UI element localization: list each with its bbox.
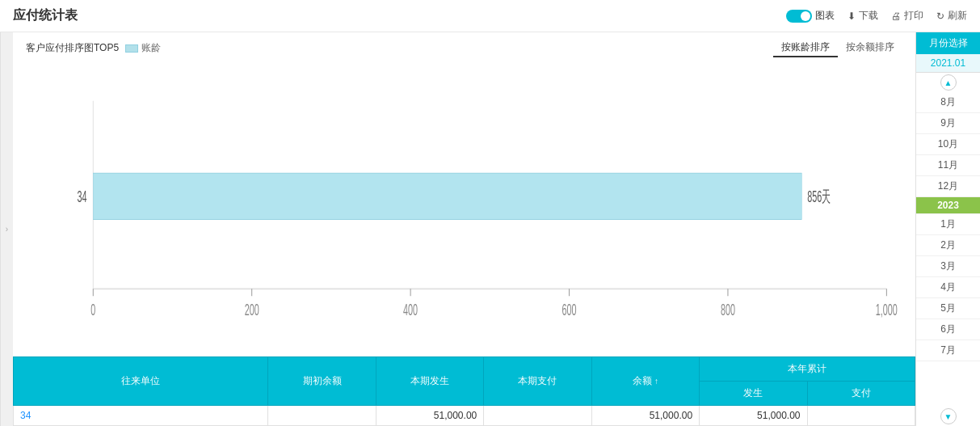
svg-text:34: 34 [77, 188, 86, 205]
col-opening-header: 期初余额 [268, 357, 376, 406]
sidebar-month-item[interactable]: 8月 [916, 92, 980, 113]
sidebar: 月份选择 2021.01 ▲ 8月9月10月11月12月20231月2月3月4月… [915, 32, 980, 426]
sidebar-month-item[interactable]: 1月 [916, 214, 980, 235]
col-ytd-pay-header: 支付 [807, 382, 915, 406]
table-row: 34 51,000.00 51,000.00 51,000.00 [14, 406, 915, 426]
svg-text:856天: 856天 [807, 188, 831, 205]
cell-current-occur: 51,000.00 [376, 406, 483, 426]
nav-down-arrow[interactable]: ▼ [940, 408, 957, 424]
svg-text:600: 600 [562, 301, 577, 318]
cell-unit: 34 [14, 406, 268, 426]
col-ytd-occur-header: 发生 [700, 382, 807, 406]
print-icon: 🖨 [891, 11, 901, 22]
refresh-icon: ↻ [936, 11, 944, 22]
header-actions: 图表 ⬇ 下载 🖨 打印 ↻ 刷新 [786, 9, 967, 23]
sidebar-nav-down: ▼ [916, 407, 980, 426]
sidebar-month-item[interactable]: 2月 [916, 235, 980, 256]
sort-by-balance-btn[interactable]: 按账龄排序 [773, 39, 838, 57]
sidebar-month-item[interactable]: 7月 [916, 340, 980, 361]
sidebar-month-item[interactable]: 3月 [916, 256, 980, 277]
chart-legend: 客户应付排序图TOP5 账龄 [26, 41, 161, 55]
svg-text:1,000: 1,000 [876, 301, 898, 318]
cell-balance: 51,000.00 [591, 406, 699, 426]
collapse-arrow[interactable]: › [0, 32, 13, 426]
sidebar-month-item[interactable]: 4月 [916, 277, 980, 298]
sidebar-nav-up: ▲ [916, 73, 980, 92]
chart-top: 客户应付排序图TOP5 账龄 按账龄排序 按余额排序 [13, 32, 915, 64]
svg-rect-15 [93, 173, 801, 219]
sidebar-month-item[interactable]: 10月 [916, 134, 980, 155]
sidebar-current-date[interactable]: 2021.01 [916, 54, 980, 73]
table-header-row-1: 往来单位 期初余额 本期发生 本期支付 余额 ↑ 本年累计 [14, 357, 915, 382]
table-area: 往来单位 期初余额 本期发生 本期支付 余额 ↑ 本年累计 [13, 356, 915, 426]
col-balance-header: 余额 ↑ [591, 357, 699, 406]
main-body: › 客户应付排序图TOP5 账龄 按账龄排序 按余额排序 [0, 32, 980, 426]
sort-by-amount-btn[interactable]: 按余额排序 [838, 39, 902, 57]
sidebar-month-item[interactable]: 6月 [916, 319, 980, 340]
refresh-button[interactable]: ↻ 刷新 [936, 9, 967, 23]
sidebar-month-item[interactable]: 12月 [916, 176, 980, 197]
app-container: 应付统计表 图表 ⬇ 下载 🖨 打印 ↻ 刷新 › [0, 0, 980, 426]
page-title: 应付统计表 [13, 7, 78, 24]
svg-text:0: 0 [90, 301, 95, 318]
col-current-pay-header: 本期支付 [484, 357, 591, 406]
chart-toggle-wrap: 图表 [786, 9, 835, 23]
col-unit-header: 往来单位 [14, 357, 268, 406]
download-button[interactable]: ⬇ 下载 [848, 9, 878, 23]
chart-toggle-label: 图表 [815, 9, 835, 23]
cell-opening [268, 406, 376, 426]
chart-svg: 0 200 400 600 800 1,000 34 856天 [61, 72, 902, 332]
balance-sort-icon[interactable]: ↑ [654, 377, 658, 386]
sidebar-year-label[interactable]: 2023 [916, 197, 980, 214]
col-ytd-header: 本年累计 [700, 357, 915, 382]
sidebar-month-item[interactable]: 9月 [916, 113, 980, 134]
stats-table: 往来单位 期初余额 本期发生 本期支付 余额 ↑ 本年累计 [13, 356, 915, 426]
chart-canvas: 0 200 400 600 800 1,000 34 856天 [13, 64, 915, 356]
sidebar-month-item[interactable]: 5月 [916, 298, 980, 319]
table-wrap: 往来单位 期初余额 本期发生 本期支付 余额 ↑ 本年累计 [13, 356, 915, 426]
cell-ytd-pay [807, 406, 915, 426]
legend-box-item: 账龄 [125, 41, 161, 55]
header: 应付统计表 图表 ⬇ 下载 🖨 打印 ↻ 刷新 [0, 0, 980, 32]
col-current-occur-header: 本期发生 [376, 357, 483, 406]
sidebar-month-item[interactable]: 11月 [916, 155, 980, 176]
svg-text:400: 400 [403, 301, 418, 318]
chart-legend-label: 客户应付排序图TOP5 [26, 41, 119, 55]
chart-toggle[interactable] [786, 10, 812, 23]
nav-up-arrow[interactable]: ▲ [940, 74, 957, 91]
download-icon: ⬇ [848, 11, 856, 22]
sidebar-months: 8月9月10月11月12月20231月2月3月4月5月6月7月 [916, 92, 980, 407]
cell-ytd-occur: 51,000.00 [700, 406, 807, 426]
legend-box-label: 账龄 [141, 41, 161, 55]
chart-area: 客户应付排序图TOP5 账龄 按账龄排序 按余额排序 [13, 32, 915, 426]
chart-sort: 按账龄排序 按余额排序 [773, 39, 902, 57]
svg-text:800: 800 [721, 301, 735, 318]
legend-box [125, 44, 138, 53]
unit-link[interactable]: 34 [20, 410, 31, 421]
cell-current-pay [484, 406, 591, 426]
svg-text:200: 200 [245, 301, 259, 318]
print-button[interactable]: 🖨 打印 [891, 9, 923, 23]
sidebar-header[interactable]: 月份选择 [916, 32, 980, 54]
